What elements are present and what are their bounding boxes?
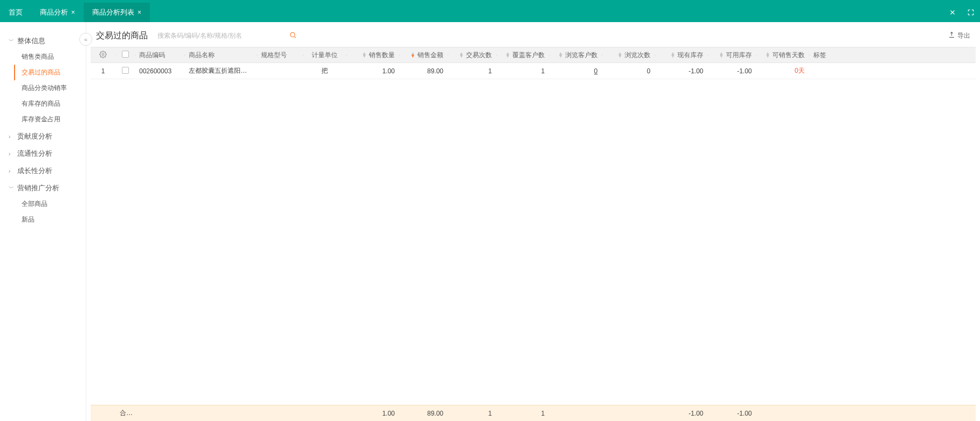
- close-icon[interactable]: ×: [138, 9, 141, 16]
- gear-icon: [99, 52, 107, 60]
- cell-trades: 1: [448, 67, 496, 75]
- column-header-trades[interactable]: 交易次数: [448, 51, 496, 60]
- footer-stock: -1.00: [655, 410, 708, 417]
- sort-icon: [505, 52, 510, 58]
- page-header: 交易过的商品 导出: [86, 30, 980, 47]
- cell-views: 0: [602, 67, 655, 75]
- tab-label: 商品分析列表: [92, 8, 134, 17]
- checkbox-icon: [122, 67, 129, 74]
- footer-cust: 1: [496, 410, 549, 417]
- cell-days: 0天: [756, 66, 809, 75]
- sort-icon: [558, 52, 563, 58]
- sidebar-group-marketing[interactable]: ﹀ 营销推广分析: [6, 180, 79, 196]
- page-title: 交易过的商品: [96, 30, 148, 42]
- search-input[interactable]: [157, 30, 292, 42]
- sidebar-item-sales-products[interactable]: 销售类商品: [22, 49, 79, 65]
- table-row[interactable]: 1 002600003 左都胶囊五折遮阳伞防晒伞; 把 1.00 89.00 1…: [91, 63, 976, 79]
- column-header-spec[interactable]: 规格型号: [257, 51, 303, 60]
- tab-bar: 首页 商品分析 × 商品分析列表 ×: [0, 3, 980, 22]
- svg-point-1: [102, 53, 104, 56]
- column-header-avail[interactable]: 可用库存: [708, 51, 756, 60]
- footer-qty: 1.00: [346, 410, 399, 417]
- column-header-bcust[interactable]: 浏览客户数: [549, 51, 602, 60]
- column-header-unit[interactable]: 计量单位: [303, 51, 346, 60]
- tab-product-analysis[interactable]: 商品分析 ×: [31, 3, 84, 22]
- chevron-down-icon: ﹀: [9, 184, 16, 192]
- table-footer-total: 合计: 1.00 89.00 1 1 -1.00 -1.00: [91, 405, 976, 421]
- tab-bar-actions: [943, 3, 980, 22]
- column-header-days[interactable]: 可销售天数: [756, 51, 809, 60]
- sidebar-group-label: 营销推广分析: [17, 183, 59, 193]
- cell-checkbox[interactable]: [115, 67, 135, 75]
- collapse-sidebar-button[interactable]: «: [79, 33, 92, 46]
- table-header-row: 商品编码 商品名称 规格型号 计量单位 销售数量 销售金额 交易次数 覆盖客户数…: [91, 47, 976, 63]
- chevron-right-icon: ›: [9, 151, 16, 157]
- column-header-tags[interactable]: 标签: [809, 51, 976, 60]
- sort-icon: [719, 52, 724, 58]
- sidebar-group-overall[interactable]: ﹀ 整体信息: [6, 33, 79, 49]
- sidebar-item-all-products[interactable]: 全部商品: [22, 196, 79, 212]
- tab-home[interactable]: 首页: [0, 3, 31, 22]
- sidebar-item-stock-capital[interactable]: 库存资金占用: [22, 112, 79, 127]
- cell-qty: 1.00: [346, 67, 399, 75]
- table-body: 1 002600003 左都胶囊五折遮阳伞防晒伞; 把 1.00 89.00 1…: [91, 63, 976, 79]
- sidebar-group-circulation[interactable]: › 流通性分析: [6, 146, 79, 162]
- sidebar-group-growth[interactable]: › 成长性分析: [6, 163, 79, 179]
- sort-icon: [618, 52, 622, 58]
- export-icon: [948, 31, 955, 40]
- search-icon[interactable]: [289, 31, 297, 40]
- cell-bcust[interactable]: 0: [549, 67, 602, 75]
- sidebar-item-new-products[interactable]: 新品: [22, 212, 79, 227]
- chevron-right-icon: ›: [9, 134, 16, 140]
- cell-avail: -1.00: [708, 67, 756, 75]
- cell-index: 1: [91, 67, 115, 75]
- sidebar-group-label: 贡献度分析: [17, 132, 52, 141]
- cell-unit: 把: [303, 66, 346, 75]
- tab-label: 商品分析: [40, 8, 68, 17]
- sidebar-group-contribution[interactable]: › 贡献度分析: [6, 128, 79, 144]
- sidebar-item-traded-products[interactable]: 交易过的商品: [14, 65, 79, 80]
- sort-icon: [765, 52, 770, 58]
- cell-stock: -1.00: [655, 67, 708, 75]
- svg-point-0: [290, 32, 294, 37]
- export-button[interactable]: 导出: [948, 31, 970, 40]
- footer-label: 合计:: [115, 409, 135, 418]
- export-label: 导出: [957, 31, 970, 40]
- column-header-name[interactable]: 商品名称: [184, 51, 257, 60]
- column-header-stock[interactable]: 现有库存: [655, 51, 708, 60]
- close-icon[interactable]: ×: [71, 9, 75, 16]
- fullscreen-icon[interactable]: [962, 3, 980, 22]
- column-select-all[interactable]: [115, 51, 135, 59]
- footer-avail: -1.00: [708, 410, 756, 417]
- footer-trades: 1: [448, 410, 496, 417]
- sort-icon: [670, 52, 675, 58]
- column-header-cust[interactable]: 覆盖客户数: [496, 51, 549, 60]
- sidebar-group-label: 成长性分析: [17, 166, 52, 176]
- sort-icon: [362, 52, 367, 58]
- tab-product-analysis-list[interactable]: 商品分析列表 ×: [84, 3, 150, 22]
- main-content: 交易过的商品 导出 商品编码 商品名称: [86, 22, 980, 421]
- sidebar-item-category-turnover[interactable]: 商品分类动销率: [22, 80, 79, 96]
- sidebar-item-in-stock[interactable]: 有库存的商品: [22, 96, 79, 112]
- sidebar: « ﹀ 整体信息 销售类商品 交易过的商品 商品分类动销率 有库存的商品 库存资…: [0, 22, 86, 421]
- sidebar-group-label: 流通性分析: [17, 149, 52, 158]
- sort-icon: [459, 52, 464, 58]
- cell-name: 左都胶囊五折遮阳伞防晒伞;: [184, 66, 257, 75]
- cell-code: 002600003: [135, 67, 184, 75]
- sort-icon: [410, 52, 415, 58]
- column-settings[interactable]: [91, 51, 115, 60]
- tab-label: 首页: [9, 8, 23, 17]
- column-header-code[interactable]: 商品编码: [135, 51, 184, 60]
- checkbox-icon: [122, 51, 129, 58]
- column-header-amt[interactable]: 销售金额: [399, 51, 448, 60]
- column-header-qty[interactable]: 销售数量: [346, 51, 399, 60]
- sidebar-group-label: 整体信息: [17, 36, 45, 46]
- close-all-icon[interactable]: [943, 3, 962, 22]
- search-box: [157, 30, 297, 42]
- footer-amt: 89.00: [399, 410, 448, 417]
- column-header-views[interactable]: 浏览次数: [602, 51, 655, 60]
- cell-amt: 89.00: [399, 67, 448, 75]
- cell-cust: 1: [496, 67, 549, 75]
- chevron-right-icon: ›: [9, 168, 16, 174]
- chevron-down-icon: ﹀: [9, 37, 16, 45]
